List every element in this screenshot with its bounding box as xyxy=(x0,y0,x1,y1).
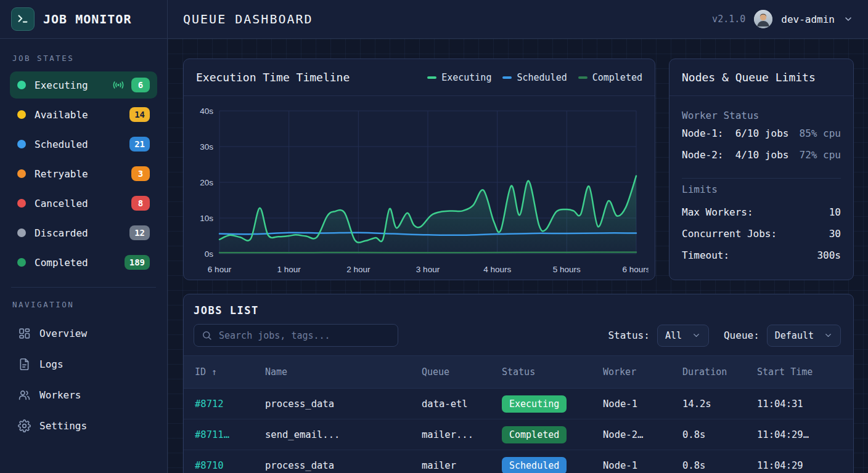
dashboard-icon xyxy=(17,326,31,340)
sidebar-item-settings[interactable]: Settings xyxy=(10,410,157,441)
column-header-2[interactable]: Queue xyxy=(422,366,502,378)
job-start-time: 11:04:29 xyxy=(757,460,853,471)
status-filter-group: Status: All xyxy=(608,325,709,347)
top-bar: JOB MONITOR QUEUE DASHBOARD v2.1.0 dev-a… xyxy=(0,0,868,39)
jobs-controls: Status: All Queue: Default xyxy=(194,324,841,347)
chevron-down-icon xyxy=(692,331,701,340)
job-id-link[interactable]: #8711… xyxy=(195,429,265,440)
table-row[interactable]: #8711…send_email...mailer...CompletedNod… xyxy=(184,419,853,450)
column-header-1[interactable]: Name xyxy=(265,366,422,378)
column-header-3[interactable]: Status xyxy=(502,366,603,378)
state-count-badge: 14 xyxy=(129,107,150,122)
limit-rows: Max Workers:10Concurrent Jobs:30Timeout:… xyxy=(682,201,841,266)
sidebar-item-workers[interactable]: Workers xyxy=(10,379,157,410)
state-dot-icon xyxy=(17,140,26,148)
jobs-table-body: #8712process_datadata-etlExecutingNode-1… xyxy=(184,389,853,473)
legend-item-executing: Executing xyxy=(427,72,491,83)
sidebar-item-available[interactable]: Available14 xyxy=(10,101,157,128)
job-status-cell: Completed xyxy=(502,426,603,443)
column-header-4[interactable]: Worker xyxy=(603,366,682,378)
state-label: Discarded xyxy=(35,227,88,239)
search-box xyxy=(194,324,398,347)
worker-node-row: Node-1: 6/10 jobs85% cpu xyxy=(682,127,841,149)
user-avatar[interactable] xyxy=(754,10,772,28)
column-header-0[interactable]: ID ↑ xyxy=(195,366,265,378)
queue-filter-label: Queue: xyxy=(724,329,760,341)
navigation-list: OverviewLogsWorkersSettings xyxy=(10,318,157,441)
jobs-head: JOBS LIST Status: All xyxy=(184,294,853,355)
nav-item-label: Settings xyxy=(39,420,87,432)
job-id-link[interactable]: #8712 xyxy=(195,398,265,410)
nav-item-label: Workers xyxy=(39,389,81,401)
legend-label: Executing xyxy=(441,72,491,83)
sidebar-item-logs[interactable]: Logs xyxy=(10,349,157,379)
terminal-icon xyxy=(11,7,35,31)
table-row[interactable]: #8712process_datadata-etlExecutingNode-1… xyxy=(184,389,853,419)
state-count-badge: 21 xyxy=(129,137,150,152)
filters: Status: All Queue: Default xyxy=(608,325,841,347)
timeline-panel: Execution Time Timeline ExecutingSchedul… xyxy=(183,59,655,280)
job-status-cell: Executing xyxy=(502,395,603,413)
state-label: Completed xyxy=(35,257,88,269)
column-header-6[interactable]: Start Time xyxy=(757,366,853,378)
sidebar-item-executing[interactable]: Executing6 xyxy=(10,71,157,99)
job-queue: mailer... xyxy=(422,429,502,440)
sidebar-item-retryable[interactable]: Retryable3 xyxy=(10,160,157,187)
sidebar-item-cancelled[interactable]: Cancelled8 xyxy=(10,190,157,217)
status-filter-select[interactable]: All xyxy=(657,325,709,347)
status-badge: Executing xyxy=(502,395,567,413)
job-worker: Node-2… xyxy=(603,429,682,440)
jobs-table-header: ID ↑NameQueueStatusWorkerDurationStart T… xyxy=(184,355,853,389)
svg-text:1 hour: 1 hour xyxy=(277,265,301,274)
job-queue: data-etl xyxy=(422,398,502,410)
file-icon xyxy=(17,357,31,371)
job-worker: Node-1 xyxy=(603,398,682,410)
jobs-table: ID ↑NameQueueStatusWorkerDurationStart T… xyxy=(184,355,853,473)
chevron-down-icon[interactable] xyxy=(843,14,853,24)
column-header-5[interactable]: Duration xyxy=(682,366,757,378)
users-icon xyxy=(17,388,31,402)
job-duration: 0.8s xyxy=(682,429,757,440)
job-status-cell: Scheduled xyxy=(502,457,603,473)
svg-text:30s: 30s xyxy=(200,142,213,152)
state-count-badge: 8 xyxy=(131,196,150,211)
user-menu[interactable]: dev-admin xyxy=(781,14,835,25)
worker-node-row: Node-2: 4/10 jobs72% cpu xyxy=(682,149,841,171)
state-dot-icon xyxy=(17,199,26,208)
status-filter-value: All xyxy=(665,330,682,341)
svg-text:4 hours: 4 hours xyxy=(483,265,511,274)
nav-item-label: Logs xyxy=(39,358,63,370)
table-row[interactable]: #8710process_datamailerScheduledNode-10.… xyxy=(184,450,853,473)
limit-label: Max Workers: xyxy=(682,206,753,218)
job-worker: Node-1 xyxy=(603,460,682,471)
node-rows: Node-1: 6/10 jobs85% cpuNode-2: 4/10 job… xyxy=(682,127,841,171)
chevron-down-icon xyxy=(824,331,833,340)
top-bar-right: v2.1.0 dev-admin xyxy=(712,10,868,28)
sidebar-item-scheduled[interactable]: Scheduled21 xyxy=(10,131,157,158)
limit-row: Concurrent Jobs:30 xyxy=(682,223,841,245)
job-states-list: Executing6Available14Scheduled21Retryabl… xyxy=(10,71,157,276)
sidebar-item-completed[interactable]: Completed189 xyxy=(10,249,157,276)
svg-text:6 hour: 6 hour xyxy=(208,265,232,274)
svg-text:20s: 20s xyxy=(200,178,213,187)
state-dot-icon xyxy=(17,258,26,267)
page-title: QUEUE DASHBOARD xyxy=(183,12,313,26)
search-input[interactable] xyxy=(194,324,398,347)
job-start-time: 11:04:31 xyxy=(757,398,853,410)
job-id-link[interactable]: #8710 xyxy=(195,460,265,471)
live-broadcast-icon xyxy=(112,80,125,90)
sidebar-item-discarded[interactable]: Discarded12 xyxy=(10,219,157,246)
limits-header: Limits xyxy=(682,184,841,195)
navigation-header: NAVIGATION xyxy=(12,300,157,309)
jobs-panel: JOBS LIST Status: All xyxy=(183,294,854,473)
job-duration: 0.8s xyxy=(682,460,757,471)
status-filter-label: Status: xyxy=(608,329,649,341)
timeline-panel-header: Execution Time Timeline ExecutingSchedul… xyxy=(184,59,655,96)
state-label: Cancelled xyxy=(35,198,88,209)
state-count-badge: 6 xyxy=(131,78,150,92)
main-area: Execution Time Timeline ExecutingSchedul… xyxy=(168,39,868,473)
queue-filter-select[interactable]: Default xyxy=(767,325,841,347)
limit-value: 30 xyxy=(829,228,841,240)
job-name: process_data xyxy=(265,398,422,410)
sidebar-item-overview[interactable]: Overview xyxy=(10,318,157,349)
